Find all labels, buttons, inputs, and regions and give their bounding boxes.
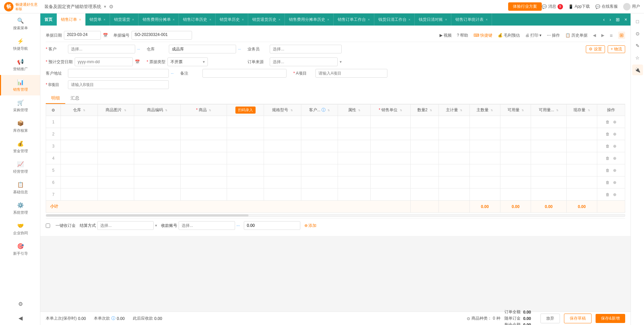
sidebar-item-search[interactable]: 🔍 搜索菜单	[0, 13, 40, 34]
row-copy-btn[interactable]: ⊕	[612, 168, 617, 173]
close-icon[interactable]: ×	[486, 18, 488, 22]
row-copy-btn[interactable]: ⊕	[612, 156, 617, 161]
app-download-tool[interactable]: 📱 App下载	[568, 4, 590, 9]
shortcut-action[interactable]: ⌨ 快捷键	[473, 33, 492, 38]
warehouse-input[interactable]	[169, 45, 236, 53]
tab-close-icon[interactable]: ×	[79, 18, 81, 22]
sidebar-item-nav[interactable]: ⚡ 快捷导航	[0, 34, 40, 54]
th-product[interactable]: * 商品 ⇅	[181, 105, 227, 116]
close-icon[interactable]: ×	[327, 18, 329, 22]
code-input[interactable]: SO-20230324-001	[131, 31, 192, 40]
row-cust-code[interactable]	[301, 116, 338, 128]
row-delete-btn[interactable]: 🗑	[605, 120, 611, 124]
close-icon[interactable]: ×	[104, 18, 106, 22]
date-input[interactable]: 2023-03-24	[64, 31, 101, 40]
tab-goods-history[interactable]: 销货单历史 ×	[216, 13, 248, 26]
row-main-unit[interactable]	[439, 116, 469, 128]
tab-cost-history[interactable]: 销售费用分摊单历史 ×	[285, 13, 334, 26]
th-attr[interactable]: 属性 ⇅	[338, 105, 370, 116]
a-project-input[interactable]	[315, 69, 387, 78]
close-icon[interactable]: ×	[445, 18, 447, 22]
add-logistics-btn[interactable]: + 物流	[608, 45, 625, 53]
sidebar-item-system[interactable]: ⚙️ 系统管理	[0, 198, 40, 218]
scan-btn[interactable]: 扫码录入	[235, 107, 256, 114]
close-icon[interactable]: ×	[368, 18, 370, 22]
row-copy-btn[interactable]: ⊕	[612, 144, 617, 149]
grid-view-btn[interactable]: ⊞	[618, 32, 625, 39]
customer-input[interactable]	[68, 45, 135, 53]
message-tool[interactable]: 💬 消息 9	[542, 4, 563, 9]
sidebar-item-marketing[interactable]: 📢 营销推广	[0, 54, 40, 75]
tab-summary[interactable]: 汇总	[65, 93, 85, 104]
th-qty2[interactable]: 数量2 ⇅	[410, 105, 439, 116]
sidebar-item-base[interactable]: 📋 基础信息	[0, 177, 40, 198]
sidebar-item-operation[interactable]: 📈 经营管理	[0, 157, 40, 177]
row-delete-btn[interactable]: 🗑	[605, 156, 611, 161]
calendar-icon[interactable]: 📅	[103, 33, 108, 38]
remark-input[interactable]	[202, 69, 287, 78]
business-input[interactable]	[270, 45, 342, 53]
right-panel-btn-3[interactable]: ✎	[632, 40, 643, 51]
close-icon[interactable]: ×	[173, 18, 175, 22]
solution-button[interactable]: 体验行业方案	[508, 2, 542, 11]
close-icon[interactable]: ×	[278, 18, 280, 22]
th-settings[interactable]: ⚙	[46, 105, 61, 116]
close-icon[interactable]: ×	[209, 18, 211, 22]
sidebar-item-finance[interactable]: 💰 资金管理	[0, 136, 40, 157]
order-source-input[interactable]	[270, 57, 338, 66]
delivery-date-input[interactable]	[75, 57, 133, 66]
print-action[interactable]: 🖨 打印 ▾	[525, 33, 541, 38]
row-qty2[interactable]	[410, 116, 439, 128]
row-copy-btn[interactable]: ⊕	[612, 192, 617, 197]
th-sku[interactable]: 商品编码 ⇅	[134, 105, 181, 116]
row-unit[interactable]	[370, 116, 410, 128]
th-avail[interactable]: 可用量 ⇅	[500, 105, 531, 116]
row-delete-btn[interactable]: 🗑	[605, 168, 611, 173]
th-spec[interactable]: 规格型号 ⇅	[264, 105, 301, 116]
th-warehouse[interactable]: 仓库 ⇅	[61, 105, 98, 116]
row-delete-btn[interactable]: 🗑	[605, 192, 611, 197]
form-settings-btn[interactable]: ⚙ 设置	[586, 45, 605, 53]
list-view-btn[interactable]: ≡	[610, 33, 613, 38]
row-delete-btn[interactable]: 🗑	[605, 180, 611, 185]
one-click-checkbox[interactable]	[46, 224, 50, 228]
operations-action[interactable]: ⋯ 操作	[547, 33, 560, 38]
sidebar-item-inventory[interactable]: 📦 库存核算	[0, 116, 40, 136]
th-img[interactable]: 商品图片 ⇅	[98, 105, 134, 116]
calendar-icon2[interactable]: 📅	[135, 59, 140, 64]
right-panel-btn-4[interactable]: ☆	[632, 52, 643, 63]
tab-close-all-btn[interactable]: ×	[622, 16, 629, 23]
th-main-qty[interactable]: 主数量 ⇅	[469, 105, 500, 116]
right-panel-btn-1[interactable]: □	[632, 16, 643, 27]
add-payment-btn[interactable]: ⊕ 添加	[304, 223, 316, 229]
right-panel-btn-5[interactable]: 🔌	[632, 65, 643, 75]
gear-settings-icon[interactable]: ⚙	[109, 4, 113, 10]
view-action[interactable]: ▶ 视频	[440, 33, 452, 38]
row-copy-btn[interactable]: ⊕	[612, 180, 617, 185]
help-action[interactable]: ? 帮助	[457, 33, 468, 38]
ticket-type-select[interactable]: 不开票 ▾	[167, 57, 208, 66]
warehouse-dots[interactable]: ···	[238, 47, 241, 51]
address-input[interactable]	[68, 69, 169, 78]
row-sku[interactable]	[134, 116, 181, 128]
sidebar-item-guide[interactable]: 🎯 新手引导	[0, 239, 40, 259]
row-copy-btn[interactable]: ⊕	[612, 120, 617, 124]
history-action[interactable]: 📋 历史单据	[565, 33, 588, 38]
th-main-unit[interactable]: 主计量 ⇅	[439, 105, 469, 116]
close-icon[interactable]: ×	[409, 18, 411, 22]
account-dots[interactable]: ···	[236, 223, 240, 228]
tab-cash-daily[interactable]: 钱货日清工作台 ×	[374, 13, 415, 26]
row-product[interactable]	[181, 116, 227, 128]
sidebar-item-enterprise[interactable]: 🤝 企业协同	[0, 218, 40, 239]
row-spec[interactable]	[264, 116, 301, 128]
tab-sales-goods[interactable]: 销货单 ×	[85, 13, 110, 26]
amount-input[interactable]	[244, 221, 300, 230]
discard-button[interactable]: 放弃	[540, 314, 560, 323]
tab-sales-cost[interactable]: 销售费用分摊单 ×	[139, 13, 179, 26]
online-service-tool[interactable]: 💬 在线客服	[595, 4, 618, 9]
tab-sales-stats[interactable]: 销售订单统计表 ×	[451, 13, 492, 26]
prev-record-btn[interactable]: ◀	[593, 33, 596, 38]
tab-sales-return[interactable]: 销货退货 ×	[110, 13, 139, 26]
row-attr[interactable]	[338, 116, 370, 128]
right-panel-btn-2[interactable]: ⊙	[632, 28, 643, 39]
